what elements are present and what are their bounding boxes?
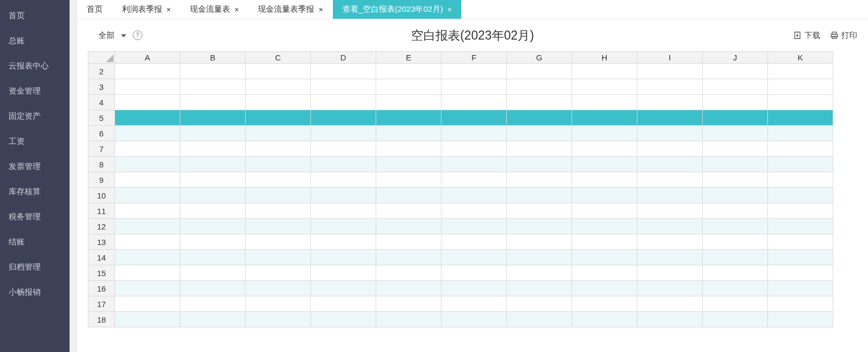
cell-F7[interactable]: [441, 141, 507, 157]
cell-B15[interactable]: [180, 265, 246, 281]
cell-H7[interactable]: [572, 141, 637, 157]
cell-D8[interactable]: [311, 157, 376, 172]
cell-D18[interactable]: [311, 312, 376, 327]
cell-E17[interactable]: [376, 296, 441, 312]
cell-A9[interactable]: [115, 172, 180, 188]
cell-D6[interactable]: [311, 126, 376, 141]
cell-D12[interactable]: [311, 219, 376, 234]
column-header-K[interactable]: K: [768, 52, 833, 64]
cell-J4[interactable]: [703, 95, 768, 110]
cell-B10[interactable]: [180, 188, 246, 203]
row-header-11[interactable]: 11: [88, 203, 115, 219]
cell-K17[interactable]: [768, 296, 833, 312]
cell-H11[interactable]: [572, 203, 637, 219]
cell-J14[interactable]: [703, 250, 768, 265]
cell-H14[interactable]: [572, 250, 637, 265]
cell-E13[interactable]: [376, 234, 441, 250]
cell-K9[interactable]: [768, 172, 833, 188]
cell-C7[interactable]: [246, 141, 311, 157]
cell-E12[interactable]: [376, 219, 441, 234]
help-icon[interactable]: ?: [133, 30, 142, 40]
cell-E11[interactable]: [376, 203, 441, 219]
cell-F4[interactable]: [441, 95, 507, 110]
cell-A15[interactable]: [115, 265, 180, 281]
cell-H17[interactable]: [572, 296, 637, 312]
cell-I7[interactable]: [637, 141, 703, 157]
cell-F9[interactable]: [441, 172, 507, 188]
cell-J11[interactable]: [703, 203, 768, 219]
cell-F16[interactable]: [441, 281, 507, 296]
sidebar-item-invoice-mgmt[interactable]: 发票管理: [0, 154, 70, 179]
cell-B18[interactable]: [180, 312, 246, 327]
column-header-A[interactable]: A: [115, 52, 180, 64]
cell-I14[interactable]: [637, 250, 703, 265]
cell-C16[interactable]: [246, 281, 311, 296]
cell-K4[interactable]: [768, 95, 833, 110]
cell-A7[interactable]: [115, 141, 180, 157]
column-header-F[interactable]: F: [441, 52, 507, 64]
cell-G15[interactable]: [507, 265, 572, 281]
cell-A16[interactable]: [115, 281, 180, 296]
cell-K14[interactable]: [768, 250, 833, 265]
cell-G10[interactable]: [507, 188, 572, 203]
cell-G13[interactable]: [507, 234, 572, 250]
cell-E6[interactable]: [376, 126, 441, 141]
cell-C13[interactable]: [246, 234, 311, 250]
cell-I10[interactable]: [637, 188, 703, 203]
cell-G6[interactable]: [507, 126, 572, 141]
cell-B5[interactable]: [180, 110, 246, 126]
cell-I2[interactable]: [637, 64, 703, 79]
cell-H5[interactable]: [572, 110, 637, 126]
cell-C6[interactable]: [246, 126, 311, 141]
cell-C11[interactable]: [246, 203, 311, 219]
cell-J10[interactable]: [703, 188, 768, 203]
cell-K15[interactable]: [768, 265, 833, 281]
cell-G2[interactable]: [507, 64, 572, 79]
cell-B9[interactable]: [180, 172, 246, 188]
cell-D3[interactable]: [311, 79, 376, 95]
cell-E4[interactable]: [376, 95, 441, 110]
sidebar-item-home[interactable]: 首页: [0, 3, 70, 28]
row-header-2[interactable]: 2: [88, 64, 115, 79]
cell-I8[interactable]: [637, 157, 703, 172]
cell-J17[interactable]: [703, 296, 768, 312]
row-header-13[interactable]: 13: [88, 234, 115, 250]
cell-H16[interactable]: [572, 281, 637, 296]
cell-D17[interactable]: [311, 296, 376, 312]
cell-E7[interactable]: [376, 141, 441, 157]
cell-K13[interactable]: [768, 234, 833, 250]
cell-G3[interactable]: [507, 79, 572, 95]
tab-cashflow[interactable]: 现金流量表 ×: [180, 0, 248, 19]
column-header-I[interactable]: I: [637, 52, 703, 64]
cell-C17[interactable]: [246, 296, 311, 312]
row-header-18[interactable]: 18: [88, 312, 115, 327]
cell-B11[interactable]: [180, 203, 246, 219]
cell-G18[interactable]: [507, 312, 572, 327]
cell-H2[interactable]: [572, 64, 637, 79]
cell-J15[interactable]: [703, 265, 768, 281]
sidebar-item-closing[interactable]: 结账: [0, 229, 70, 255]
cell-C10[interactable]: [246, 188, 311, 203]
cell-A12[interactable]: [115, 219, 180, 234]
cell-J7[interactable]: [703, 141, 768, 157]
cell-G11[interactable]: [507, 203, 572, 219]
cell-F5[interactable]: [441, 110, 507, 126]
cell-D9[interactable]: [311, 172, 376, 188]
cell-B14[interactable]: [180, 250, 246, 265]
column-header-J[interactable]: J: [703, 52, 768, 64]
cell-H4[interactable]: [572, 95, 637, 110]
cell-D14[interactable]: [311, 250, 376, 265]
cell-A2[interactable]: [115, 64, 180, 79]
cell-G12[interactable]: [507, 219, 572, 234]
sidebar-item-general-ledger[interactable]: 总账: [0, 28, 70, 53]
cell-G17[interactable]: [507, 296, 572, 312]
cell-C2[interactable]: [246, 64, 311, 79]
cell-C15[interactable]: [246, 265, 311, 281]
cell-A6[interactable]: [115, 126, 180, 141]
cell-F17[interactable]: [441, 296, 507, 312]
cell-H8[interactable]: [572, 157, 637, 172]
row-header-9[interactable]: 9: [88, 172, 115, 188]
cell-K7[interactable]: [768, 141, 833, 157]
sidebar-item-payroll[interactable]: 工资: [0, 129, 70, 154]
cell-B12[interactable]: [180, 219, 246, 234]
